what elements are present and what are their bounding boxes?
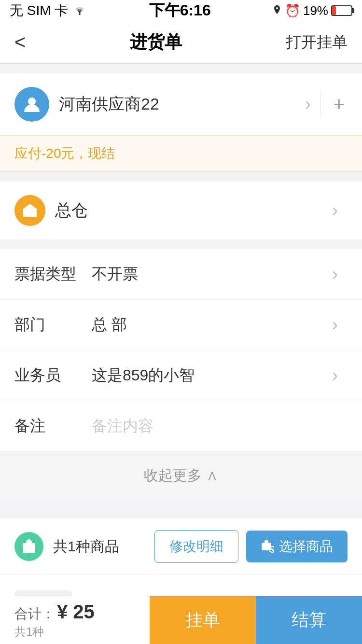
invoice-value: 不开票	[77, 264, 332, 285]
select-product-button[interactable]: 选择商品	[246, 531, 348, 562]
remark-input[interactable]: 备注内容	[77, 416, 348, 437]
spacer-1	[0, 64, 362, 73]
chevron-right-icon: ›	[332, 315, 338, 335]
supplier-name: 河南供应商22	[59, 93, 305, 115]
status-right: ⏰ 19%	[272, 3, 352, 18]
settle-button[interactable]: 结算	[256, 596, 362, 644]
page-title: 进货单	[130, 30, 182, 54]
chevron-right-icon: ›	[332, 264, 338, 284]
svg-point-5	[27, 547, 28, 549]
product-count-label: 共1种商品	[53, 537, 154, 557]
total-section: 合计： ¥ 25 共1种	[0, 596, 150, 644]
battery-icon	[331, 5, 352, 16]
bottom-bar: 合计： ¥ 25 共1种 挂单 结算	[0, 596, 362, 644]
carrier-text: 无 SIM 卡	[10, 1, 68, 20]
hang-order-button[interactable]: 挂单	[150, 596, 256, 644]
collapse-button[interactable]: 收起更多 ∧	[0, 452, 362, 499]
wifi-icon	[72, 3, 87, 18]
staff-label: 业务员	[14, 365, 77, 386]
dept-value: 总 部	[77, 314, 332, 336]
back-button[interactable]: <	[14, 31, 26, 53]
location-icon	[272, 3, 282, 18]
svg-line-8	[271, 548, 274, 551]
product-header: 共1种商品 修改明细 选择商品	[0, 518, 362, 575]
product-icon	[14, 532, 43, 561]
chevron-right-icon: ›	[332, 200, 338, 221]
total-amount: ¥ 25	[57, 601, 95, 623]
svg-point-0	[79, 13, 81, 15]
avatar	[14, 87, 49, 122]
chevron-right-icon: ›	[305, 94, 311, 114]
modify-detail-button[interactable]: 修改明细	[154, 530, 238, 563]
warehouse-icon	[14, 195, 45, 226]
svg-rect-4	[23, 543, 35, 553]
remark-row[interactable]: 备注 备注内容	[0, 401, 362, 452]
total-count: 共1种	[14, 624, 135, 640]
status-bar: 无 SIM 卡 下午6:16 ⏰ 19%	[0, 0, 362, 21]
nav-bar: < 进货单 打开挂单	[0, 21, 362, 64]
select-product-label: 选择商品	[279, 537, 333, 556]
staff-value: 这是859的小智	[77, 365, 332, 386]
warehouse-section[interactable]: 总仓 ›	[0, 182, 362, 239]
svg-rect-3	[28, 212, 32, 217]
dept-row[interactable]: 部门 总 部 ›	[0, 300, 362, 350]
form-section: 票据类型 不开票 › 部门 总 部 › 业务员 这是859的小智 › 备注 备注…	[0, 249, 362, 499]
svg-point-6	[29, 547, 31, 549]
supplier-section: 河南供应商22 › + 应付-20元，现结	[0, 73, 362, 172]
supplier-row[interactable]: 河南供应商22 › +	[0, 73, 362, 135]
total-label: 合计：	[14, 605, 55, 623]
warning-banner: 应付-20元，现结	[0, 135, 362, 172]
alarm-icon: ⏰	[285, 3, 300, 18]
svg-point-1	[28, 98, 36, 105]
warehouse-name: 总仓	[55, 199, 332, 222]
status-left: 无 SIM 卡	[10, 1, 87, 20]
status-time: 下午6:16	[149, 0, 211, 21]
chevron-right-icon: ›	[332, 365, 338, 386]
battery-text: 19%	[303, 3, 328, 18]
warehouse-row[interactable]: 总仓 ›	[0, 182, 362, 239]
add-supplier-button[interactable]: +	[320, 91, 348, 118]
staff-row[interactable]: 业务员 这是859的小智 ›	[0, 350, 362, 401]
invoice-label: 票据类型	[14, 264, 77, 285]
remark-label: 备注	[14, 416, 77, 437]
invoice-type-row[interactable]: 票据类型 不开票 ›	[0, 249, 362, 300]
open-pending-button[interactable]: 打开挂单	[286, 32, 348, 53]
spacer-2	[0, 509, 362, 518]
dept-label: 部门	[14, 314, 77, 336]
